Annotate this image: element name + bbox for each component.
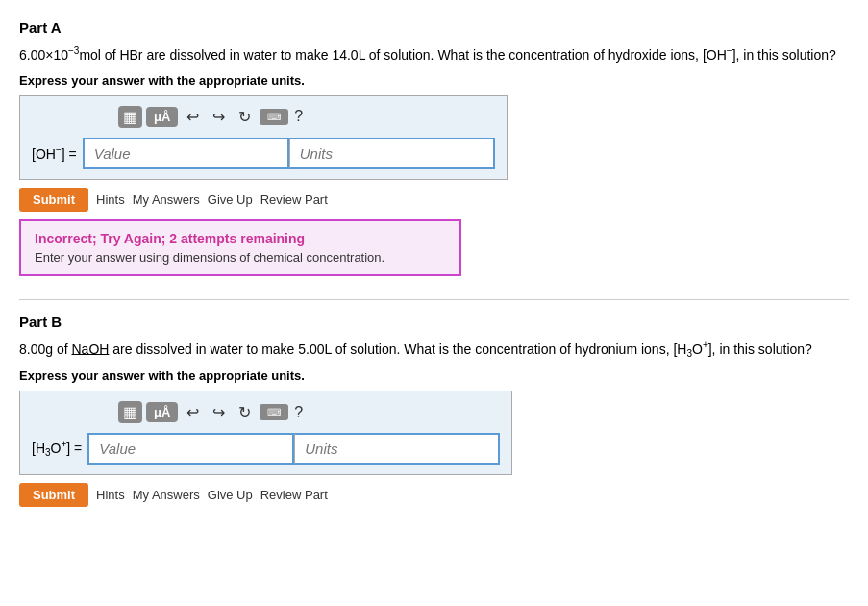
part-b-problem: 8.00g of NaOH are dissolved in water to … xyxy=(19,338,849,361)
part-b-keyboard-icon[interactable]: ⌨ xyxy=(260,404,288,420)
part-b-mu-button[interactable]: μÅ xyxy=(146,402,178,422)
part-b-grid-button[interactable]: ▦ xyxy=(118,401,142,423)
part-b-toolbar: ▦ μÅ ↩ ↪ ↻ ⌨ ? xyxy=(32,401,500,423)
part-b-answer-box: ▦ μÅ ↩ ↪ ↻ ⌨ ? [H3O+] = xyxy=(19,391,512,475)
part-a-give-up-link[interactable]: Give Up xyxy=(208,192,253,207)
part-a-mu-label: μÅ xyxy=(154,110,170,124)
section-divider xyxy=(19,299,849,300)
part-a-header: Part A xyxy=(19,19,849,36)
part-a-input-row: [OH−] = xyxy=(32,138,495,169)
part-a-section: Part A 6.00×10−3mol of HBr are dissolved… xyxy=(19,19,849,286)
part-b-redo-icon[interactable]: ↪ xyxy=(208,401,230,423)
part-a-value-input[interactable] xyxy=(83,138,289,169)
part-a-hints-link[interactable]: Hints xyxy=(96,192,125,207)
part-b-section: Part B 8.00g of NaOH are dissolved in wa… xyxy=(19,314,849,507)
part-b-header: Part B xyxy=(19,314,849,330)
part-b-mu-label: μÅ xyxy=(154,405,170,419)
part-b-my-answers-link[interactable]: My Answers xyxy=(133,488,200,502)
part-b-units-input[interactable] xyxy=(294,433,500,465)
part-b-give-up-link[interactable]: Give Up xyxy=(208,488,253,502)
part-a-grid-icon: ▦ xyxy=(123,108,137,126)
part-b-value-input[interactable] xyxy=(87,433,294,465)
part-a-my-answers-link[interactable]: My Answers xyxy=(133,192,200,207)
part-a-feedback-box: Incorrect; Try Again; 2 attempts remaini… xyxy=(19,219,461,276)
part-b-refresh-icon[interactable]: ↻ xyxy=(234,401,256,423)
part-a-units-input[interactable] xyxy=(289,138,495,169)
part-a-mu-button[interactable]: μÅ xyxy=(146,107,178,127)
part-a-submit-button[interactable]: Submit xyxy=(19,188,88,212)
part-a-redo-icon[interactable]: ↪ xyxy=(208,106,230,128)
part-a-undo-icon[interactable]: ↩ xyxy=(182,106,204,128)
part-b-undo-icon[interactable]: ↩ xyxy=(182,401,204,423)
part-a-problem: 6.00×10−3mol of HBr are dissolved in wat… xyxy=(19,43,849,65)
part-b-express-label: Express your answer with the appropriate… xyxy=(19,368,849,383)
part-b-help-icon[interactable]: ? xyxy=(294,404,303,421)
part-b-hints-link[interactable]: Hints xyxy=(96,488,125,502)
part-b-submit-button[interactable]: Submit xyxy=(19,483,88,507)
part-a-review-part-label: Review Part xyxy=(260,192,328,207)
part-a-express-label: Express your answer with the appropriate… xyxy=(19,73,849,88)
part-a-feedback-text: Enter your answer using dimensions of ch… xyxy=(35,250,446,265)
part-b-review-part-label: Review Part xyxy=(260,488,328,502)
part-b-ion-label: [H3O+] = xyxy=(32,439,82,458)
part-a-grid-button[interactable]: ▦ xyxy=(118,106,142,128)
part-a-toolbar: ▦ μÅ ↩ ↪ ↻ ⌨ ? xyxy=(32,106,495,128)
part-a-refresh-icon[interactable]: ↻ xyxy=(234,106,256,128)
part-a-feedback-title: Incorrect; Try Again; 2 attempts remaini… xyxy=(35,231,446,246)
part-a-keyboard-icon[interactable]: ⌨ xyxy=(260,109,288,125)
part-b-grid-icon: ▦ xyxy=(123,403,137,421)
part-a-help-icon[interactable]: ? xyxy=(294,108,303,125)
part-a-action-row: Submit Hints My Answers Give Up Review P… xyxy=(19,188,849,212)
part-b-action-row: Submit Hints My Answers Give Up Review P… xyxy=(19,483,849,507)
part-a-answer-box: ▦ μÅ ↩ ↪ ↻ ⌨ ? [OH−] = xyxy=(19,95,508,180)
part-b-input-row: [H3O+] = xyxy=(32,433,500,465)
part-a-ion-label: [OH−] = xyxy=(32,144,77,162)
